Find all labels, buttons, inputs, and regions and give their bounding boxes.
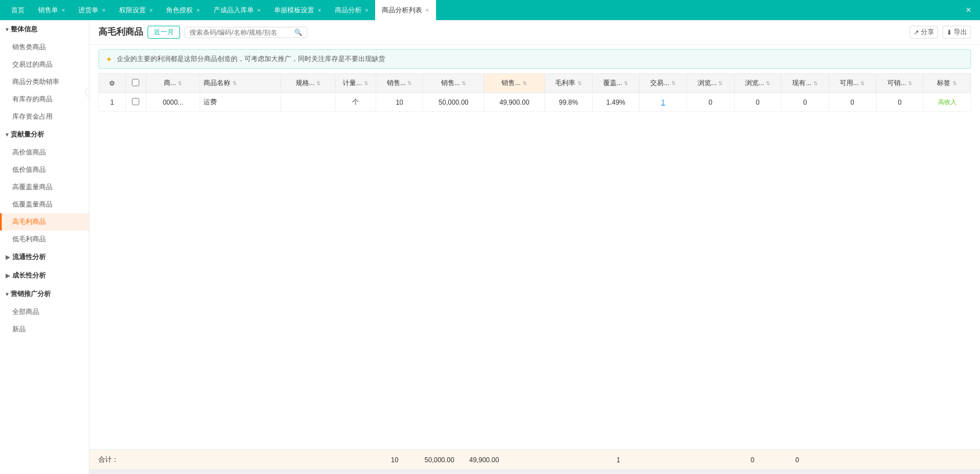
table-header-row: ⚙ 商... ⇅ 商品名称 ⇅ [99, 74, 971, 93]
tab-role-auth[interactable]: 角色授权 × [159, 0, 206, 20]
col-header-stock-sale[interactable]: 可销... ⇅ [876, 74, 924, 93]
col-header-sales-amt[interactable]: 销售... ⇅ [423, 74, 484, 93]
col-header-tag[interactable]: 标签 ⇅ [924, 74, 971, 93]
tab-role-auth-close[interactable]: × [196, 7, 200, 13]
export-button[interactable]: ⬇ 导出 [943, 26, 971, 39]
sort-icon-tag: ⇅ [953, 81, 957, 86]
sidebar-item-stocked-goods[interactable]: 有库存的商品 [0, 91, 89, 108]
col-header-name[interactable]: 商品名称 ⇅ [200, 74, 281, 93]
sidebar-group-overview[interactable]: ▾ 整体信息 [0, 20, 89, 39]
tab-purchase-order-close[interactable]: × [102, 7, 105, 13]
col-header-code[interactable]: 商... ⇅ [146, 74, 200, 93]
cell-name: 运费 [200, 93, 281, 112]
info-banner: ✦ 企业的主要的利润都是这部分商品创造的，可考虑加大推广，同时关注库存是不要出现… [98, 49, 971, 69]
col-header-margin[interactable]: 毛利率 ⇅ [545, 74, 593, 93]
sidebar-item-new-products[interactable]: 新品 [0, 321, 89, 338]
close-all-tabs[interactable]: × [962, 5, 976, 15]
col-header-trade[interactable]: 交易... ⇅ [640, 74, 687, 93]
sidebar-group-growth[interactable]: ▶ 成长性分析 [0, 266, 89, 285]
tab-template-settings[interactable]: 单据模板设置 × [267, 0, 328, 20]
sidebar-group-liquidity[interactable]: ▶ 流通性分析 [0, 248, 89, 266]
sort-icon-browse2: ⇅ [766, 81, 770, 86]
tab-product-analysis[interactable]: 商品分析 × [328, 0, 375, 20]
col-header-coverage[interactable]: 覆盖... ⇅ [592, 74, 640, 93]
col-header-check[interactable] [126, 74, 146, 93]
cell-browse1: 0 [687, 93, 734, 112]
col-header-sales-qty[interactable]: 销售... ⇅ [376, 74, 423, 93]
col-header-browse2[interactable]: 浏览... ⇅ [734, 74, 782, 93]
select-all-checkbox[interactable] [132, 79, 139, 86]
col-header-browse1[interactable]: 浏览... ⇅ [687, 74, 734, 93]
footer-check-spacer [165, 456, 182, 464]
tab-product-storage[interactable]: 产成品入库单 × [207, 0, 267, 20]
footer-coverage-spacer [551, 456, 596, 464]
footer-sales-amt: 50,000.00 [417, 456, 462, 464]
tab-purchase-order[interactable]: 进货单 × [72, 0, 112, 20]
footer-trade: 1 [596, 456, 641, 464]
chevron-down-icon: ▾ [6, 26, 8, 32]
search-box: 🔍 [184, 27, 307, 38]
sidebar-group-marketing[interactable]: ▾ 营销推广分析 [0, 285, 89, 303]
tab-sales-order-close[interactable]: × [61, 7, 65, 13]
tab-sales-order[interactable]: 销售单 × [31, 0, 72, 20]
tab-permission-settings[interactable]: 权限设置 × [112, 0, 159, 20]
tab-template-close[interactable]: × [318, 7, 321, 13]
horizontal-scrollbar[interactable] [89, 470, 980, 474]
share-button[interactable]: ↗ 分享 [910, 26, 938, 39]
chevron-right-icon: ▶ [6, 254, 10, 260]
footer-browse2 [685, 456, 730, 464]
sidebar-item-category-sales-rate[interactable]: 商品分类助销率 [0, 73, 89, 91]
footer-label: 合计： [98, 455, 143, 464]
col-header-unit[interactable]: 计量... ⇅ [335, 74, 376, 93]
chevron-down-icon-2: ▾ [6, 132, 8, 138]
row-checkbox[interactable] [132, 98, 139, 105]
share-icon: ↗ [913, 29, 919, 36]
sort-icon-amt: ⇅ [462, 81, 466, 86]
footer-spec-spacer [294, 456, 339, 464]
sidebar-item-sales-goods[interactable]: 销售类商品 [0, 39, 89, 56]
sidebar-item-high-coverage[interactable]: 高覆盖量商品 [0, 179, 89, 196]
cell-check[interactable] [126, 93, 146, 112]
footer-stock-avail: 0 [775, 456, 820, 464]
col-header-sales-profit[interactable]: 销售... ⇅ [484, 74, 545, 93]
sidebar-group-contribution[interactable]: ▾ 贡献量分析 [0, 125, 89, 144]
cell-trade[interactable]: 1 [640, 93, 687, 112]
footer-sales-profit: 49,900.00 [462, 456, 506, 464]
sidebar-item-low-margin[interactable]: 低毛利商品 [0, 231, 89, 248]
info-icon: ✦ [106, 55, 112, 64]
search-input[interactable] [190, 29, 292, 36]
chevron-down-icon-3: ▾ [6, 291, 8, 297]
period-button[interactable]: 近一月 [148, 26, 180, 39]
sort-icon-unit: ⇅ [364, 81, 368, 86]
tab-product-analysis-list-close[interactable]: × [425, 7, 429, 13]
col-header-stock-cur[interactable]: 现有... ⇅ [782, 74, 829, 93]
col-header-num[interactable]: ⚙ [99, 74, 126, 93]
tab-product-analysis-close[interactable]: × [365, 7, 368, 13]
table-container: ⚙ 商... ⇅ 商品名称 ⇅ [89, 73, 980, 449]
sidebar-item-all-goods[interactable]: 全部商品 [0, 303, 89, 321]
search-icon[interactable]: 🔍 [294, 29, 302, 36]
sidebar-item-low-value[interactable]: 低价值商品 [0, 161, 89, 179]
sidebar-item-low-coverage[interactable]: 低覆盖量商品 [0, 196, 89, 213]
cell-tag: 高收入 [924, 93, 971, 112]
tab-home[interactable]: 首页 [4, 0, 31, 20]
sidebar-item-stock-capital[interactable]: 库存资金占用 [0, 108, 89, 125]
sort-icon-profit: ⇅ [523, 81, 527, 86]
cell-sales-qty: 10 [376, 93, 423, 112]
table-row: 1 0000... 运费 个 10 50,000.00 49,900.00 99… [99, 93, 971, 112]
header-actions: ↗ 分享 ⬇ 导出 [910, 26, 971, 39]
sort-icon-coverage: ⇅ [624, 81, 628, 86]
sidebar-item-high-value[interactable]: 高价值商品 [0, 144, 89, 161]
tab-product-storage-close[interactable]: × [257, 7, 261, 13]
tab-permission-close[interactable]: × [149, 7, 153, 13]
footer-unit-spacer [339, 456, 372, 464]
col-header-stock-avail[interactable]: 可用... ⇅ [828, 74, 876, 93]
content-area: 高毛利商品 近一月 🔍 ↗ 分享 ⬇ 导出 ✦ 企业的主要的利润都是这部分商品创… [89, 20, 980, 474]
sidebar-item-traded-goods[interactable]: 交易过的商品 [0, 56, 89, 73]
cell-sales-amt: 50,000.00 [423, 93, 484, 112]
chevron-right-icon-2: ▶ [6, 273, 10, 279]
col-header-spec[interactable]: 规格... ⇅ [281, 74, 335, 93]
cell-stock-cur: 0 [782, 93, 829, 112]
tab-product-analysis-list[interactable]: 商品分析列表 × [375, 0, 435, 20]
sidebar-item-high-margin[interactable]: 高毛利商品 [0, 213, 89, 231]
